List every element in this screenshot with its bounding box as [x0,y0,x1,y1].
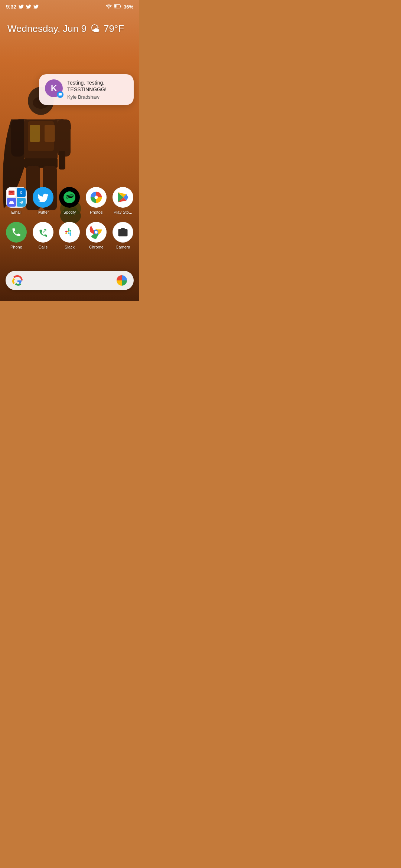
slack-label: Slack [65,245,75,249]
chrome-icon [86,222,107,243]
email-label: Email [11,210,22,214]
weather-widget: Wednesday, Jun 9 🌤 79°F [0,12,139,34]
svg-rect-19 [120,5,121,7]
app-twitter[interactable]: Twitter [32,187,55,214]
notification-app-badge [57,91,63,98]
twitter-notif-icon-1 [19,4,24,10]
twitter-icon [33,187,53,208]
slack-icon [59,222,80,243]
discord-mini-icon [7,198,16,207]
svg-rect-8 [58,119,71,157]
wifi-icon [106,4,112,10]
outlook-mini-icon: O [17,188,26,197]
twitter-label: Twitter [37,210,49,214]
photos-label: Photos [90,210,102,214]
svg-rect-29 [70,230,72,232]
app-spotify[interactable]: Spotify [58,187,81,214]
svg-rect-30 [70,232,72,234]
chrome-label: Chrome [89,245,104,249]
svg-rect-13 [59,151,65,170]
twitter-notif-icon-2 [26,4,31,10]
app-row-2: Phone Calls [3,222,136,249]
search-bar[interactable] [6,271,134,290]
weather-temperature: 79°F [104,23,124,34]
svg-point-39 [95,231,98,234]
battery-percentage: 36% [124,4,133,10]
app-playstore[interactable]: Play Sto... [111,187,134,214]
app-grid: O Email Twitter [0,187,139,257]
status-right: 36% [106,4,133,10]
camera-icon [113,222,133,243]
svg-rect-31 [70,234,72,236]
app-phone[interactable]: Phone [5,222,28,249]
weather-text: Wednesday, Jun 9 🌤 79°F [7,23,132,34]
weather-date: Wednesday, Jun 9 [7,23,87,34]
phone-label: Phone [10,245,22,249]
app-slack[interactable]: Slack [58,222,81,249]
spotify-label: Spotify [63,210,76,214]
weather-icon: 🌤 [90,23,100,34]
notification-content: Testing. Testing. TESSTINNGGG! Kyle Brad… [67,79,128,100]
battery-icon [114,4,121,10]
gmail-mini-icon [7,188,16,197]
svg-rect-35 [66,232,68,234]
svg-rect-34 [66,231,68,233]
twitter-notif-icon-3 [33,4,39,10]
svg-rect-27 [68,228,70,230]
spotify-icon [59,187,80,208]
app-row-1: O Email Twitter [3,187,136,214]
app-chrome[interactable]: Chrome [85,222,108,249]
status-left: 9:32 [6,4,39,10]
svg-rect-11 [30,125,40,142]
playstore-icon [113,187,133,208]
svg-rect-12 [45,125,55,142]
app-calls[interactable]: Calls [32,222,55,249]
notification-bubble[interactable]: K Testing. Testing. TESSTINNGGG! Kyle Br… [39,74,134,105]
email-folder-icon: O [6,187,27,208]
photos-icon [86,187,107,208]
notification-avatar: K [45,79,63,97]
svg-rect-32 [68,232,70,234]
app-email[interactable]: O Email [5,187,28,214]
svg-rect-33 [67,231,69,233]
app-photos[interactable]: Photos [85,187,108,214]
camera-label: Camera [116,245,130,249]
telegram-mini-icon [17,198,26,207]
time-display: 9:32 [6,4,16,10]
app-camera[interactable]: Camera [111,222,134,249]
status-bar: 9:32 36% [0,0,139,12]
phone-icon [6,222,27,243]
svg-rect-20 [114,5,116,7]
playstore-label: Play Sto... [114,210,132,214]
notification-message: Testing. Testing. TESSTINNGGG! [67,79,128,93]
google-microphone-dots [117,275,127,286]
avatar-letter: K [51,83,57,93]
notification-sender: Kyle Bradshaw [67,94,128,100]
svg-point-22 [95,195,98,199]
google-logo [12,275,23,286]
calls-label: Calls [38,245,47,249]
calls-icon [33,222,53,243]
